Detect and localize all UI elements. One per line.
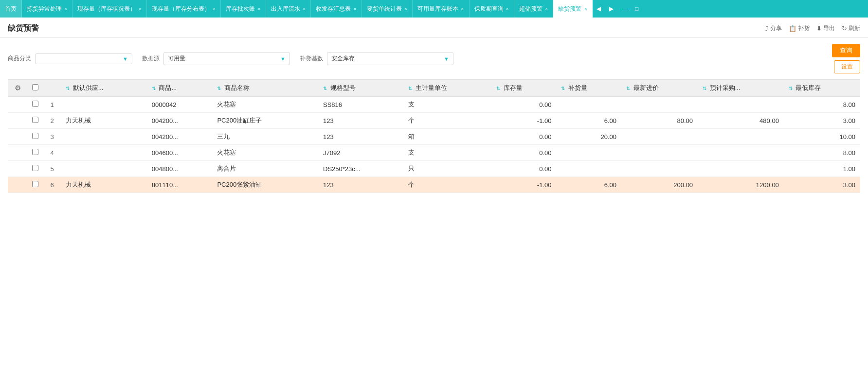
col-default-supplier: ⇅ 默认供应... xyxy=(61,80,147,97)
share-icon: ⤴ xyxy=(765,25,769,32)
tab-refine-exception-close[interactable]: × xyxy=(64,6,67,12)
row-product-name: PC200油缸庄子 xyxy=(212,113,318,129)
datasource-select[interactable]: 可用量 ▼ xyxy=(163,52,290,65)
sort-product-name-icon[interactable]: ⇅ xyxy=(217,86,221,91)
tab-receive-summary[interactable]: 收发存汇总表 × xyxy=(311,0,362,18)
row-latest-price xyxy=(621,161,698,177)
row-spec: 123 xyxy=(318,129,403,145)
replenish-base-filter-label: 补货基数 xyxy=(300,54,323,63)
row-min-stock: 1.00 xyxy=(784,161,860,177)
window-maximize-button[interactable]: □ xyxy=(631,0,643,18)
refresh-button[interactable]: ↻ 刷新 xyxy=(842,24,860,33)
row-checkbox-1[interactable] xyxy=(32,117,38,123)
settings-button[interactable]: 设置 xyxy=(834,60,860,73)
tab-home[interactable]: 首页 xyxy=(0,0,22,18)
row-est-purchase: 480.00 xyxy=(698,113,784,129)
refresh-label: 刷新 xyxy=(849,24,860,33)
sort-default-supplier-icon[interactable]: ⇅ xyxy=(66,86,70,91)
row-est-purchase xyxy=(698,129,784,145)
row-supplier: 力天机械 xyxy=(61,113,147,129)
row-min-stock: 8.00 xyxy=(784,145,860,161)
row-product-code: 801110... xyxy=(147,177,213,193)
sort-min-stock-icon[interactable]: ⇅ xyxy=(789,86,793,91)
tab-overstock-close[interactable]: × xyxy=(545,6,548,12)
tab-available-ledger[interactable]: 可用量库存账本 × xyxy=(413,0,469,18)
export-label: 导出 xyxy=(823,24,835,33)
row-est-purchase: 1200.00 xyxy=(698,177,784,193)
tab-shortage-close[interactable]: × xyxy=(584,6,587,12)
replenish-base-select[interactable]: 安全库存 ▼ xyxy=(327,52,453,65)
row-checkbox-cell xyxy=(27,113,43,129)
row-product-name: 离合片 xyxy=(212,161,318,177)
tab-bar: 首页 拣货异常处理 × 现存量（库存状况表） × 现存量（库存分布表） × 库存… xyxy=(0,0,868,18)
row-product-name: 三九 xyxy=(212,129,318,145)
row-replenish-qty: 20.00 xyxy=(556,129,621,145)
row-spec: SS816 xyxy=(318,97,403,113)
sort-replenish-qty-icon[interactable]: ⇅ xyxy=(561,86,565,91)
tab-prev-button[interactable]: ◀ xyxy=(593,0,605,18)
tab-demand-stats-close[interactable]: × xyxy=(404,6,407,12)
category-chevron-icon: ▼ xyxy=(123,56,128,62)
tab-refine-exception[interactable]: 拣货异常处理 × xyxy=(22,0,72,18)
sort-product-code-icon[interactable]: ⇅ xyxy=(152,86,156,91)
sort-stock-qty-icon[interactable]: ⇅ xyxy=(496,86,500,91)
row-unit: 支 xyxy=(403,97,491,113)
sort-est-purchase-icon[interactable]: ⇅ xyxy=(703,86,706,91)
tab-batch-account-close[interactable]: × xyxy=(257,6,260,12)
category-select[interactable]: ▼ xyxy=(35,53,132,64)
datasource-filter-group: 数据源 可用量 ▼ xyxy=(142,52,290,65)
row-unit: 箱 xyxy=(403,129,491,145)
tab-refine-exception-label: 拣货异常处理 xyxy=(27,5,62,13)
row-checkbox-3[interactable] xyxy=(32,149,38,155)
replenish-button[interactable]: 📋 补货 xyxy=(789,24,810,33)
row-gear-cell xyxy=(8,129,27,145)
row-checkbox-2[interactable] xyxy=(32,133,38,139)
window-minimize-button[interactable]: — xyxy=(618,0,631,18)
category-filter-group: 商品分类 ▼ xyxy=(8,53,132,64)
row-stock-qty: 0.00 xyxy=(491,145,557,161)
row-latest-price: 80.00 xyxy=(621,113,698,129)
tab-inventory-status[interactable]: 现存量（库存状况表） × xyxy=(72,0,146,18)
row-replenish-qty: 6.00 xyxy=(556,177,621,193)
tab-expiry-query-label: 保质期查询 xyxy=(474,5,504,13)
gear-settings-icon[interactable]: ⚙ xyxy=(13,84,22,92)
tab-shortage-label: 缺货预警 xyxy=(558,5,581,13)
col-product-code: ⇅ 商品... xyxy=(147,80,213,97)
tab-overstock-label: 超储预警 xyxy=(519,5,542,13)
col-stock-qty: ⇅ 库存量 xyxy=(491,80,557,97)
sort-spec-icon[interactable]: ⇅ xyxy=(323,86,327,91)
tab-batch-account-label: 库存批次账 xyxy=(226,5,255,13)
row-checkbox-cell xyxy=(27,177,43,193)
tab-demand-stats[interactable]: 要货单统计表 × xyxy=(362,0,413,18)
row-num: 6 xyxy=(43,177,61,193)
tab-shortage[interactable]: 缺货预警 × xyxy=(553,0,592,18)
row-supplier xyxy=(61,145,147,161)
tab-inventory-status-close[interactable]: × xyxy=(138,6,141,12)
row-replenish-qty xyxy=(556,145,621,161)
sort-latest-price-icon[interactable]: ⇅ xyxy=(626,86,630,91)
query-button[interactable]: 查询 xyxy=(832,44,860,57)
tab-available-ledger-label: 可用量库存账本 xyxy=(417,5,458,13)
tab-expiry-query-close[interactable]: × xyxy=(506,6,509,12)
sort-unit-icon[interactable]: ⇅ xyxy=(408,86,412,91)
tab-inventory-dist-close[interactable]: × xyxy=(213,6,216,12)
share-label: 分享 xyxy=(770,24,782,33)
refresh-icon: ↻ xyxy=(842,25,847,32)
tab-batch-account[interactable]: 库存批次账 × xyxy=(221,0,266,18)
tab-available-ledger-close[interactable]: × xyxy=(461,6,464,12)
tab-expiry-query[interactable]: 保质期查询 × xyxy=(470,0,514,18)
row-checkbox-4[interactable] xyxy=(32,165,38,171)
tab-receive-summary-close[interactable]: × xyxy=(353,6,356,12)
share-button[interactable]: ⤴ 分享 xyxy=(765,24,782,33)
row-checkbox-5[interactable] xyxy=(32,181,38,187)
select-all-checkbox[interactable] xyxy=(32,84,38,90)
tab-inventory-dist[interactable]: 现存量（库存分布表） × xyxy=(147,0,221,18)
tab-overstock[interactable]: 超储预警 × xyxy=(514,0,553,18)
tab-inout-flow-close[interactable]: × xyxy=(303,6,306,12)
row-checkbox-0[interactable] xyxy=(32,101,38,107)
row-checkbox-cell xyxy=(27,161,43,177)
tab-inout-flow[interactable]: 出入库流水 × xyxy=(266,0,311,18)
export-button[interactable]: ⬇ 导出 xyxy=(816,24,835,33)
row-latest-price xyxy=(621,145,698,161)
tab-next-button[interactable]: ▶ xyxy=(605,0,618,18)
